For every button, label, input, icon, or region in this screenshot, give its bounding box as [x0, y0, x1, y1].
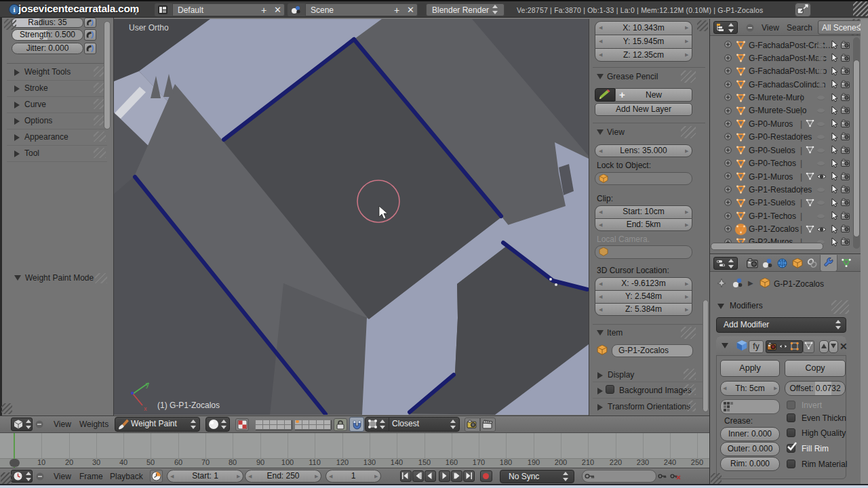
- svg-text:x: x: [144, 405, 147, 412]
- svg-text:(1) G-P1-Zocalos: (1) G-P1-Zocalos: [157, 401, 220, 410]
- svg-text:y: y: [146, 381, 149, 388]
- svg-text:User Ortho: User Ortho: [129, 23, 169, 33]
- svg-text:i: i: [13, 5, 15, 14]
